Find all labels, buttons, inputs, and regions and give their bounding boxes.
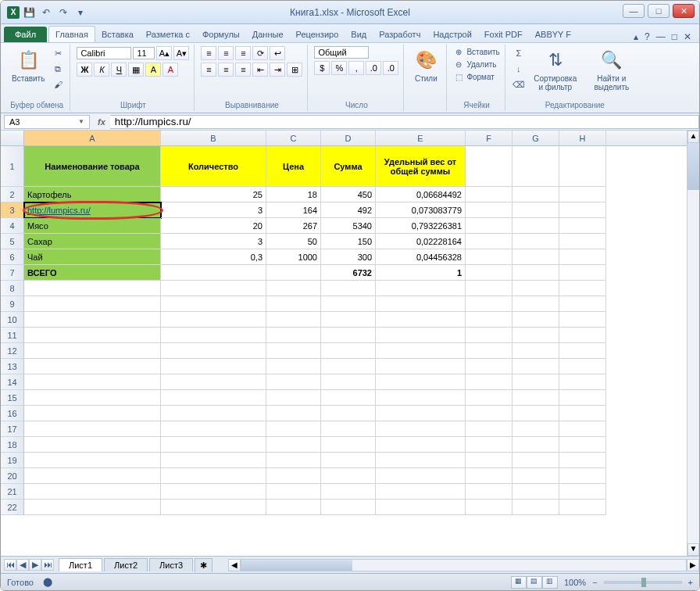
currency-button[interactable]: $ <box>314 61 330 75</box>
vertical-scrollbar[interactable]: ▲ ▼ <box>687 131 699 556</box>
cell[interactable] <box>512 343 559 359</box>
cell[interactable]: 25 <box>161 187 266 202</box>
cell[interactable] <box>376 406 466 421</box>
cell[interactable] <box>24 421 161 437</box>
row-header[interactable]: 1 <box>1 146 24 187</box>
cell[interactable] <box>266 359 321 374</box>
scroll-left-button[interactable]: ◀ <box>228 559 241 571</box>
cell[interactable] <box>376 500 466 515</box>
sheet-tab-1[interactable]: Лист1 <box>59 558 102 571</box>
tab-insert[interactable]: Вставка <box>95 27 140 42</box>
cell[interactable] <box>266 406 321 421</box>
sort-filter-button[interactable]: ⇅ Сортировка и фильтр <box>529 46 582 93</box>
dec-decimal-button[interactable]: .0 <box>383 61 398 75</box>
cell[interactable] <box>161 359 266 374</box>
cell[interactable] <box>512 328 559 343</box>
tab-layout[interactable]: Разметка с <box>140 27 196 42</box>
cell[interactable] <box>161 390 266 406</box>
cell-active[interactable]: http://lumpics.ru/ <box>24 202 161 218</box>
align-left-button[interactable]: ≡ <box>201 63 216 77</box>
cell[interactable] <box>466 343 512 359</box>
macro-record-icon[interactable]: ⬤ <box>43 577 52 587</box>
cell[interactable] <box>321 343 376 359</box>
cell[interactable] <box>512 296 559 312</box>
cell[interactable] <box>466 312 512 328</box>
col-header-c[interactable]: C <box>266 131 321 145</box>
cell[interactable] <box>266 453 321 468</box>
cell[interactable] <box>161 437 266 453</box>
cell[interactable]: 0,04456328 <box>376 249 466 265</box>
new-sheet-button[interactable]: ✱ <box>195 558 212 572</box>
cell[interactable] <box>512 406 559 421</box>
row-header[interactable]: 10 <box>1 312 24 328</box>
cell[interactable] <box>512 146 559 187</box>
row-header[interactable]: 2 <box>1 187 24 202</box>
tab-developer[interactable]: Разработч <box>373 27 427 42</box>
zoom-in-button[interactable]: + <box>688 578 693 587</box>
cell[interactable] <box>559 312 606 328</box>
cell[interactable] <box>376 328 466 343</box>
cell[interactable] <box>161 265 266 281</box>
scroll-up-button[interactable]: ▲ <box>688 131 699 143</box>
cell[interactable] <box>266 281 321 296</box>
cell[interactable] <box>512 187 559 202</box>
doc-close-icon[interactable]: ✕ <box>684 31 691 42</box>
cell[interactable]: 0,06684492 <box>376 187 466 202</box>
sheet-prev-button[interactable]: ◀ <box>16 559 29 571</box>
underline-button[interactable]: Ч <box>111 63 127 77</box>
row-header[interactable]: 16 <box>1 406 24 421</box>
tab-formulas[interactable]: Формулы <box>196 27 246 42</box>
cell[interactable] <box>321 500 376 515</box>
cut-button[interactable]: ✂ <box>51 46 65 60</box>
cell[interactable] <box>512 453 559 468</box>
name-box-dropdown-icon[interactable]: ▼ <box>78 118 84 125</box>
font-size-select[interactable] <box>133 47 155 59</box>
insert-cells-button[interactable]: ⊕Вставить <box>453 46 499 57</box>
cell[interactable] <box>512 421 559 437</box>
cell[interactable]: Удельный вес от общей суммы <box>376 146 466 187</box>
row-header[interactable]: 8 <box>1 281 24 296</box>
sheet-tab-3[interactable]: Лист3 <box>149 558 193 571</box>
row-header[interactable]: 12 <box>1 343 24 359</box>
cell[interactable] <box>376 468 466 484</box>
cell[interactable]: Количество <box>161 146 266 187</box>
cell[interactable] <box>512 234 559 249</box>
cell[interactable] <box>559 500 606 515</box>
indent-dec-button[interactable]: ⇤ <box>252 63 268 77</box>
cell[interactable] <box>24 343 161 359</box>
cell[interactable] <box>466 390 512 406</box>
cell[interactable] <box>161 406 266 421</box>
sheet-next-button[interactable]: ▶ <box>29 559 41 571</box>
cell[interactable] <box>266 343 321 359</box>
align-top-button[interactable]: ≡ <box>201 46 216 60</box>
cell[interactable] <box>512 281 559 296</box>
tab-review[interactable]: Рецензиро <box>290 27 345 42</box>
tab-data[interactable]: Данные <box>246 27 290 42</box>
cell[interactable] <box>466 249 512 265</box>
cell[interactable] <box>24 328 161 343</box>
cell[interactable] <box>376 312 466 328</box>
inc-decimal-button[interactable]: .0 <box>366 61 381 75</box>
cell[interactable] <box>321 281 376 296</box>
sheet-first-button[interactable]: ⏮ <box>4 559 16 571</box>
view-normal-button[interactable]: ▦ <box>511 576 527 589</box>
row-header[interactable]: 15 <box>1 390 24 406</box>
cell[interactable] <box>559 146 606 187</box>
cell[interactable] <box>24 453 161 468</box>
cell[interactable] <box>266 468 321 484</box>
delete-cells-button[interactable]: ⊖Удалить <box>453 59 499 70</box>
cell[interactable]: Цена <box>266 146 321 187</box>
col-header-b[interactable]: B <box>161 131 266 145</box>
cell[interactable] <box>559 187 606 202</box>
cell[interactable] <box>321 312 376 328</box>
cell[interactable] <box>466 437 512 453</box>
cell[interactable] <box>512 312 559 328</box>
cell[interactable] <box>24 484 161 500</box>
cell[interactable] <box>321 453 376 468</box>
cell[interactable] <box>376 484 466 500</box>
cell[interactable] <box>24 359 161 374</box>
cell[interactable] <box>512 437 559 453</box>
fill-button[interactable]: ↓ <box>512 62 526 76</box>
col-header-f[interactable]: F <box>466 131 512 145</box>
format-cells-button[interactable]: ⬚Формат <box>453 71 499 82</box>
